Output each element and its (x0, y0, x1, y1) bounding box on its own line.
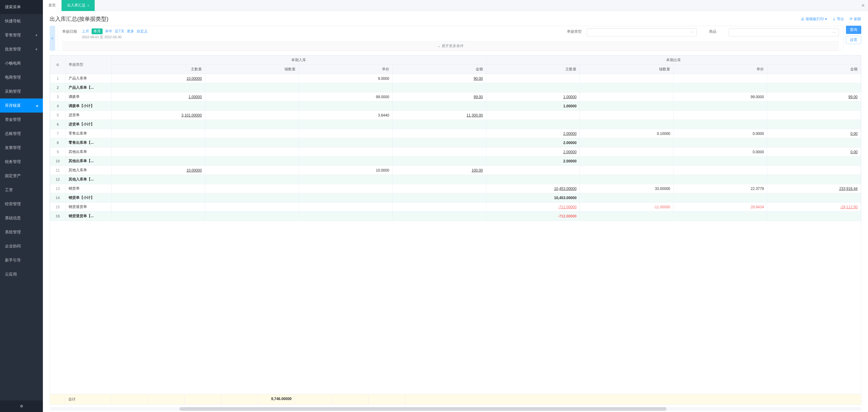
cell-in_amount (392, 129, 486, 138)
product-select[interactable]: ⋯ (728, 29, 839, 36)
row-type: 调拨单 (66, 92, 112, 102)
date-option-3[interactable]: 近7天 (115, 29, 124, 34)
sidebar-item-6[interactable]: 采购管理 (0, 84, 43, 99)
cell-out_auxQty (580, 102, 674, 111)
tab-0[interactable]: 首页 (43, 0, 62, 11)
cell-out_auxQty: 0.10000 (580, 129, 674, 138)
cell-out_mainQty (486, 111, 580, 120)
cell-out_amount (767, 193, 861, 203)
sidebar-item-8[interactable]: 资金管理 (0, 112, 43, 127)
billtype-select[interactable]: ﹀ (587, 29, 697, 36)
value-link[interactable]: 0.00 (850, 150, 858, 154)
sidebar-item-label: 库存核算 (5, 103, 21, 108)
sidebar-item-4[interactable]: 小畅电商 (0, 56, 43, 70)
value-link[interactable]: -712.00000 (558, 205, 577, 209)
close-all-tabs[interactable]: ✕ (858, 3, 868, 8)
cell-out_amount (767, 138, 861, 147)
cell-in_auxQty (205, 102, 299, 111)
table-row: 15销货退货单-712.00000-11.0000026.8434-19,112… (50, 203, 861, 212)
query-button[interactable]: 查询 (846, 26, 861, 34)
cell-in_amount (392, 212, 486, 221)
sidebar-item-1[interactable]: 快捷导航 (0, 14, 43, 28)
scrollbar-thumb[interactable] (180, 407, 666, 411)
cell-in_amount: 11,300.00 (392, 111, 486, 120)
row-type: 调拨单【小计】 (66, 102, 112, 111)
cell-in_amount: 90.00 (392, 74, 486, 83)
date-option-5[interactable]: 自定义 (136, 29, 148, 34)
sidebar-item-11[interactable]: 税务管理 (0, 155, 43, 169)
sidebar-item-label: 经营管理 (5, 201, 21, 207)
cell-in_auxQty (205, 157, 299, 166)
sidebar-settings[interactable]: ⚙ (0, 400, 43, 412)
sidebar-item-label: 企业协同 (5, 243, 21, 249)
cell-out_price: 22.3779 (674, 184, 767, 193)
sidebar-item-13[interactable]: 工资 (0, 183, 43, 197)
sidebar: 搜索菜单快捷导航零售管理▼批发管理▼小畅电商电商管理采购管理库存核算◀资金管理总… (0, 0, 43, 412)
row-index: 4 (50, 102, 66, 111)
cell-in_mainQty: 10.00000 (112, 166, 205, 175)
sidebar-item-2[interactable]: 零售管理▼ (0, 28, 43, 42)
cell-out_mainQty (486, 175, 580, 184)
page-title: 出入库汇总(按单据类型) (50, 15, 108, 23)
value-link[interactable]: 11,300.00 (466, 113, 483, 117)
value-link[interactable]: 1.00000 (188, 95, 202, 99)
export-button[interactable]: ⤓ 导出 (833, 16, 844, 22)
value-link[interactable]: 0.00 (850, 132, 858, 136)
sidebar-item-0[interactable]: 搜索菜单 (0, 0, 43, 14)
sidebar-item-10[interactable]: 发票管理 (0, 141, 43, 155)
filter-settings-button[interactable]: 设置 (846, 36, 861, 44)
table-row: 9其他出库单2.000000.00000.00 (50, 147, 861, 157)
sidebar-item-16[interactable]: 系统管理 (0, 225, 43, 239)
collapse-filter-handle[interactable]: » (50, 26, 55, 51)
tab-1[interactable]: 出入库汇总× (62, 0, 95, 11)
cell-in_price (299, 147, 392, 157)
tab-close-icon[interactable]: × (87, 4, 89, 7)
sidebar-item-3[interactable]: 批发管理▼ (0, 42, 43, 56)
sidebar-item-7[interactable]: 库存核算◀ (0, 99, 43, 112)
value-link[interactable]: 99.00 (848, 95, 858, 99)
date-option-2[interactable]: 本年 (105, 29, 113, 34)
value-link[interactable]: 2.00000 (563, 132, 577, 136)
cell-out_auxQty (580, 92, 674, 102)
date-option-4[interactable]: 更多 (127, 29, 134, 34)
value-link[interactable]: 10,453.00000 (554, 186, 577, 191)
value-link[interactable]: -19,112.50 (840, 205, 858, 209)
value-link[interactable]: 3,101.00000 (181, 113, 202, 117)
value-link[interactable]: 10.00000 (187, 76, 202, 81)
sidebar-item-5[interactable]: 电商管理 (0, 70, 43, 84)
cell-out_amount: 0.00 (767, 147, 861, 157)
chevron-down-icon: ▾ (825, 17, 827, 21)
horizontal-scrollbar[interactable] (50, 407, 861, 411)
print-button[interactable]: 🖨 按模板打印 ▾ (801, 16, 827, 22)
value-link[interactable]: 2.00000 (563, 150, 577, 154)
sidebar-item-12[interactable]: 固定资产 (0, 169, 43, 183)
row-type: 零售出库单【... (66, 138, 112, 147)
expand-more-filters[interactable]: ⌄ 展开更多条件 (62, 41, 839, 50)
row-index: 13 (50, 184, 66, 193)
sidebar-item-18[interactable]: 新手引导 (0, 253, 43, 267)
row-type: 进货单 (66, 111, 112, 120)
cell-in_price: 10.0000 (299, 166, 392, 175)
table-settings-gear[interactable]: ⚙ (50, 56, 66, 74)
value-link[interactable]: 100.00 (472, 168, 483, 172)
row-type: 零售出库单 (66, 129, 112, 138)
sidebar-item-19[interactable]: 云应用 (0, 267, 43, 281)
refresh-button[interactable]: ⟳ 刷新 (849, 16, 861, 22)
sidebar-item-9[interactable]: 总账管理 (0, 127, 43, 141)
table-row: 13销货单10,453.0000033.0000022.3779233,916.… (50, 184, 861, 193)
value-link[interactable]: 99.00 (473, 95, 483, 99)
date-label: 单据日期 (62, 29, 79, 34)
value-link[interactable]: 10.00000 (187, 168, 202, 172)
sidebar-item-17[interactable]: 企业协同 (0, 239, 43, 253)
cell-out_mainQty (486, 120, 580, 129)
cell-in_auxQty (205, 111, 299, 120)
value-link[interactable]: 1.00000 (563, 95, 577, 99)
sidebar-item-14[interactable]: 经营管理 (0, 197, 43, 211)
date-option-0[interactable]: 上月 (82, 29, 89, 34)
sidebar-item-15[interactable]: 基础信息 (0, 211, 43, 225)
date-option-1[interactable]: 本月 (92, 29, 103, 34)
cell-in_price: 3.6440 (299, 111, 392, 120)
value-link[interactable]: 233,916.44 (839, 186, 858, 191)
row-index: 1 (50, 74, 66, 83)
value-link[interactable]: 90.00 (473, 76, 483, 81)
